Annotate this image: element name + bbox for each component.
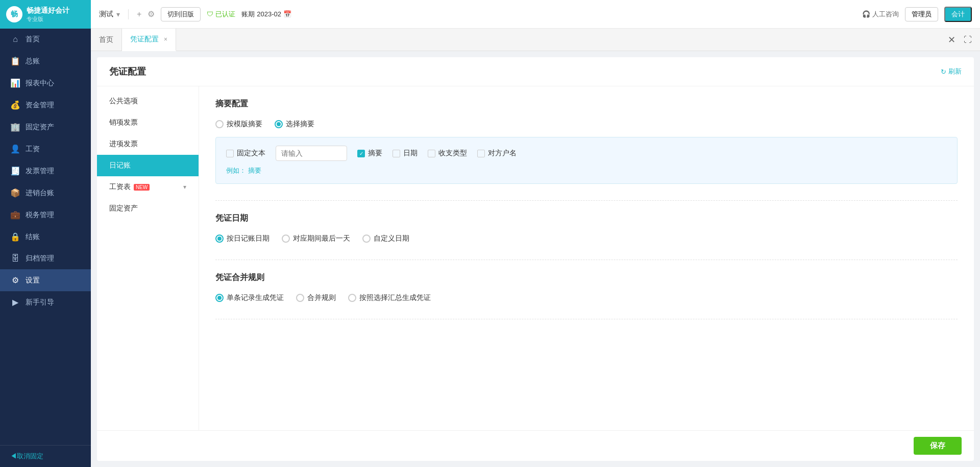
sidebar-item-closing[interactable]: 🔒 结账 — [0, 226, 91, 248]
settings-icon[interactable]: ⚙ — [148, 9, 155, 19]
sidebar-item-reports[interactable]: 📊 报表中心 — [0, 72, 91, 94]
archive-icon: 🗄 — [10, 254, 20, 263]
merge-rule-title: 凭证合并规则 — [215, 272, 958, 283]
abstract-config-section: 摘要配置 按模版摘要 选择摘要 — [215, 99, 958, 184]
project-name: 测试 — [99, 10, 113, 19]
radio-circle-summary — [348, 294, 356, 302]
checkbox-fixed-label: 固定文本 — [237, 149, 265, 158]
service-button[interactable]: 🎧 人工咨询 — [862, 10, 899, 19]
closing-icon: 🔒 — [10, 232, 20, 242]
refresh-label: 刷新 — [948, 67, 962, 76]
radio-summary[interactable]: 按照选择汇总生成凭证 — [348, 293, 431, 302]
sidebar-item-ledger[interactable]: 📋 总账 — [0, 50, 91, 72]
checkbox-income-label: 收支类型 — [438, 149, 467, 158]
sidebar-item-label: 发票管理 — [26, 167, 54, 176]
checkbox-abstract[interactable]: ✓ 摘要 — [357, 149, 382, 158]
radio-custom-date[interactable]: 自定义日期 — [362, 234, 409, 243]
sidebar-item-home[interactable]: ⌂ 首页 — [0, 29, 91, 50]
page-footer: 保存 — [97, 430, 974, 461]
radio-last-day[interactable]: 对应期间最后一天 — [282, 234, 350, 243]
example-label: 例如： — [226, 167, 246, 174]
voucher-date-radio-group: 按日记账日期 对应期间最后一天 自定义日期 — [215, 234, 958, 243]
checkbox-box-income — [428, 150, 435, 157]
calendar-icon: 📅 — [283, 10, 291, 18]
nav-item-payroll[interactable]: 工资表 NEW ▾ — [97, 176, 199, 198]
tab-close-icon[interactable]: × — [164, 36, 167, 43]
refresh-icon: ↻ — [941, 68, 946, 76]
sales-icon: 📦 — [10, 188, 20, 198]
sidebar-item-archive[interactable]: 🗄 归档管理 — [0, 248, 91, 269]
sidebar-item-label: 资金管理 — [26, 101, 54, 110]
checkbox-box-date — [393, 150, 400, 157]
switch-version-button[interactable]: 切到旧版 — [161, 7, 201, 21]
refresh-button[interactable]: ↻ 刷新 — [941, 67, 962, 76]
radio-select-label: 选择摘要 — [286, 120, 314, 129]
tab-voucher-config[interactable]: 凭证配置 × — [122, 29, 176, 51]
sidebar-item-salary[interactable]: 👤 工资 — [0, 138, 91, 160]
radio-merge-rule[interactable]: 合并规则 — [296, 293, 336, 302]
page-title: 凭证配置 — [109, 65, 146, 78]
new-badge: NEW — [134, 184, 150, 191]
checkbox-counterparty[interactable]: 对方户名 — [477, 149, 517, 158]
radio-single-label: 单条记录生成凭证 — [227, 293, 284, 302]
nav-item-sales-invoice[interactable]: 销项发票 — [97, 112, 199, 133]
radio-last-day-label: 对应期间最后一天 — [293, 234, 350, 243]
nav-item-fixed-assets[interactable]: 固定资产 — [97, 198, 199, 219]
sidebar-pin-toggle[interactable]: ◀取消固定 — [0, 445, 91, 467]
period-selector[interactable]: 账期 2023-02 📅 — [241, 10, 291, 19]
nav-item-purchase-invoice[interactable]: 进项发票 — [97, 133, 199, 155]
shield-icon: 🛡 — [207, 10, 213, 18]
salary-icon: 👤 — [10, 144, 20, 154]
radio-journal-date-label: 按日记账日期 — [227, 234, 270, 243]
radio-circle-template — [215, 120, 224, 128]
sidebar-item-label: 新手引导 — [26, 298, 54, 307]
project-selector[interactable]: 测试 ▾ — [99, 10, 120, 19]
radio-dot-journal — [217, 237, 222, 241]
example-text: 例如： 摘要 — [226, 166, 947, 175]
home-icon: ⌂ — [10, 35, 20, 44]
sidebar-item-funds[interactable]: 💰 资金管理 — [0, 94, 91, 116]
radio-template-abstract[interactable]: 按模版摘要 — [215, 120, 262, 129]
topbar-right: 🎧 人工咨询 管理员 会计 — [862, 7, 972, 22]
radio-summary-label: 按照选择汇总生成凭证 — [359, 293, 431, 302]
close-window-button[interactable]: ✕ — [946, 32, 958, 48]
tax-icon: 💼 — [10, 210, 20, 220]
add-icon[interactable]: + — [137, 10, 141, 19]
reports-icon: 📊 — [10, 78, 20, 88]
nav-item-journal[interactable]: 日记账 — [97, 155, 199, 176]
sidebar-item-tax[interactable]: 💼 税务管理 — [0, 204, 91, 226]
check-icon: ✓ — [359, 151, 363, 156]
save-button[interactable]: 保存 — [914, 437, 962, 455]
sidebar-item-invoice[interactable]: 🧾 发票管理 — [0, 160, 91, 182]
radio-single-record[interactable]: 单条记录生成凭证 — [215, 293, 284, 302]
expand-button[interactable]: ⛶ — [962, 33, 974, 46]
admin-button[interactable]: 管理员 — [905, 7, 938, 21]
period-label: 账期 — [241, 10, 255, 19]
radio-dot-select — [277, 122, 281, 126]
checkbox-box-abstract: ✓ — [357, 150, 365, 157]
radio-circle-merge — [296, 294, 304, 302]
divider-merge-end — [215, 319, 958, 319]
nav-item-public[interactable]: 公共选项 — [97, 90, 199, 112]
example-value: 摘要 — [248, 167, 261, 174]
checkbox-date-label: 日期 — [403, 149, 418, 158]
checkbox-date[interactable]: 日期 — [393, 149, 418, 158]
tab-voucher-config-label: 凭证配置 — [130, 35, 159, 44]
radio-journal-date[interactable]: 按日记账日期 — [215, 234, 270, 243]
radio-merge-label: 合并规则 — [307, 293, 336, 302]
divider-abstract-date — [215, 200, 958, 201]
page-body: 公共选项 销项发票 进项发票 日记账 工资表 NEW — [97, 86, 974, 430]
sidebar-item-guide[interactable]: ▶ 新手引导 — [0, 291, 91, 313]
checkbox-income-type[interactable]: 收支类型 — [428, 149, 467, 158]
checkbox-fixed-text[interactable]: 固定文本 — [226, 149, 265, 158]
dropdown-icon: ▾ — [116, 10, 120, 18]
assets-icon: 🏢 — [10, 122, 20, 132]
tab-home[interactable]: 首页 — [91, 29, 122, 51]
role-button[interactable]: 会计 — [944, 7, 972, 22]
sidebar-item-assets[interactable]: 🏢 固定资产 — [0, 116, 91, 138]
sidebar-item-sales[interactable]: 📦 进销台账 — [0, 182, 91, 204]
radio-select-abstract[interactable]: 选择摘要 — [275, 120, 314, 129]
fixed-text-input[interactable] — [276, 146, 347, 161]
sidebar-item-settings[interactable]: ⚙ 设置 — [0, 269, 91, 291]
pin-label: ◀取消固定 — [10, 452, 43, 461]
